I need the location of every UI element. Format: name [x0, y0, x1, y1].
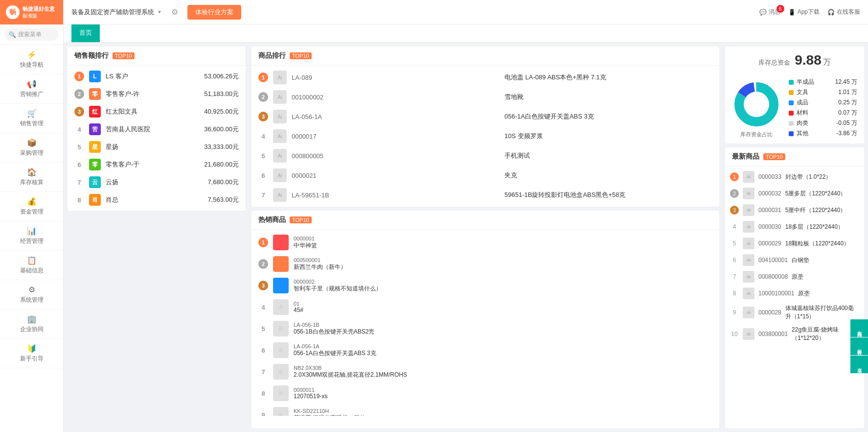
middle-panel: 商品排行 TOP10 1 Ai LA-089 电池盖 LA-089 ABS本色+… — [250, 43, 721, 432]
sidebar-item-basic[interactable]: 📋 基础信息 — [0, 251, 63, 280]
rank-item[interactable]: 4 苦 苦南县人民医院 36,600.00元 — [68, 120, 246, 138]
product-rank-item[interactable]: 4 Ai 0000017 10S 变频罗浆 — [251, 126, 719, 146]
sidebar-item-sales[interactable]: 🛒 销售管理 — [0, 104, 63, 133]
legend-dot — [789, 111, 794, 116]
product-code: 000500001 — [294, 257, 712, 263]
hot-product-item[interactable]: 9 Ai KK-SD22110H 花语萌·恒温分离睡袋（厚款） — [251, 404, 719, 416]
latest-product-item[interactable]: 9 Ai 0000028 体城嘉核味苏打饮品400毫升（1*15） — [725, 302, 864, 323]
legend-dot — [789, 90, 794, 95]
product-name: 12070519-xs — [294, 393, 712, 400]
hot-products-tag: TOP10 — [290, 216, 312, 223]
product-thumbnail: Ai — [273, 342, 289, 358]
product-name: 体城嘉核味苏打饮品400毫升（1*15） — [785, 304, 859, 321]
hot-product-item[interactable]: 1 0000001 中华神篮 — [251, 232, 719, 253]
product-code: LA-59651-1B — [292, 192, 500, 199]
product-rank-item[interactable]: 2 Ai 001000002 雪地靴 — [251, 87, 719, 107]
product-thumbnail: Ai — [273, 299, 289, 315]
product-ranking-list: 1 Ai LA-089 电池盖 LA-089 ABS本色+黑种 7.1克 2 A… — [251, 66, 719, 207]
settings-button[interactable]: ⚙ — [168, 5, 182, 19]
nav-label: 基础信息 — [20, 266, 44, 275]
float-service-button[interactable]: 服务社区 — [850, 337, 868, 355]
trial-button[interactable]: 体验行业方案 — [187, 5, 241, 20]
system-select[interactable]: 装备及固定资产辅助管理系统 ▼ — [71, 8, 162, 17]
hot-product-item[interactable]: 2 000500001 新西兰牛肉（新牛） — [251, 253, 719, 275]
latest-product-item[interactable]: 8 Ai 10000100001 原垄 — [725, 285, 864, 302]
product-code: 000800005 — [292, 152, 500, 160]
product-name: 056-1B白色按键开关壳ABS2壳 — [294, 328, 712, 336]
online-service-button[interactable]: 🎧 在线客服 — [827, 8, 860, 16]
product-rank-item[interactable]: 6 Ai 0000021 夹克 — [251, 166, 719, 185]
hot-product-item[interactable]: 7 Ai NB2.0X30B 2.0X30MM双搓花轴,搓花直径2.1MM/RO… — [251, 361, 719, 383]
latest-product-item[interactable]: 4 Ai 0000030 18多层（1220*2440） — [725, 218, 864, 235]
rank-item[interactable]: 6 零 零售客户-于 21,680.00元 — [68, 156, 246, 173]
nav-label: 企业协同 — [20, 325, 44, 334]
rank-item[interactable]: 7 云 云扬 7,680.00元 — [68, 173, 246, 191]
legend-dot — [789, 100, 794, 105]
app-download-button[interactable]: 📱 App下载 — [788, 8, 820, 16]
legend-name: 半成品 — [797, 78, 832, 86]
rank-number: 6 — [258, 172, 268, 179]
latest-products-card: 最新商品 TOP10 1 Ai 0000033 封边带（1.0*22） 2 Ai… — [725, 147, 864, 428]
sidebar-item-finance[interactable]: 💰 资金管理 — [0, 192, 63, 221]
sidebar-item-purchase[interactable]: 📦 采购管理 — [0, 133, 63, 163]
rank-number: 2 — [258, 92, 268, 102]
latest-product-item[interactable]: 10 Ai 003800001 22g鱼豆腐-烧烤味（1*12*20） — [725, 323, 864, 345]
rank-number: 2 — [74, 89, 84, 99]
rank-item[interactable]: 8 肖 肖总 7,563.00元 — [68, 191, 246, 209]
latest-product-item[interactable]: 3 Ai 0000031 5厘中纤（1220*2440） — [725, 202, 864, 218]
rank-badge: 苦 — [89, 123, 101, 135]
product-rank-item[interactable]: 3 Ai LA-056-1A 056-1A白色按键开关盖ABS 3克 — [251, 107, 719, 126]
rank-item[interactable]: 1 L LS 客户 53,006.26元 — [68, 68, 246, 85]
product-ranking-title: 商品排行 — [258, 51, 286, 60]
sidebar-item-marketing[interactable]: 📢 营销推广 — [0, 74, 63, 104]
legend-name: 材料 — [797, 109, 835, 117]
float-service-button[interactable]: 直播 — [850, 356, 868, 373]
rank-item[interactable]: 3 红 红太阳文具 40,925.00元 — [68, 103, 246, 120]
product-name: 59651-1B旋转投影灯电池盒ABS黑色+58克 — [504, 191, 712, 199]
latest-product-item[interactable]: 7 Ai 000800008 原垄 — [725, 268, 864, 285]
latest-product-item[interactable]: 2 Ai 0000032 5厘多层（1220*2440） — [725, 185, 864, 202]
product-rank-item[interactable]: 1 Ai LA-089 电池盖 LA-089 ABS本色+黑种 7.1克 — [251, 68, 719, 87]
hot-product-item[interactable]: 3 0000002 智利车子里（规格不知道填什么） — [251, 275, 719, 296]
legend-value: -0.05 万 — [836, 119, 857, 127]
rank-name: 星扬 — [106, 143, 199, 151]
sidebar-item-enterprise[interactable]: 🏢 企业协同 — [0, 310, 63, 339]
product-code: KK-SD22110H — [294, 408, 712, 414]
product-rank-item[interactable]: 5 Ai 000800005 手机测试 — [251, 146, 719, 166]
rank-number: 3 — [258, 112, 268, 121]
rank-number: 3 — [258, 281, 268, 290]
hot-product-item[interactable]: 6 Ai LA-056-1A 056-1A白色按键开关盖ABS 3克 — [251, 339, 719, 361]
float-service-button[interactable]: 客服热线 — [850, 319, 868, 337]
rank-number: 1 — [730, 172, 739, 181]
hot-product-item[interactable]: 8 Ai 0000011 12070519-xs — [251, 383, 719, 404]
latest-product-item[interactable]: 1 Ai 0000033 封边带（1.0*22） — [725, 168, 864, 185]
latest-product-item[interactable]: 6 Ai 004100001 白钢垫 — [725, 252, 864, 268]
rank-number: 7 — [730, 273, 739, 280]
sidebar-item-inventory[interactable]: 🏠 库存核算 — [0, 163, 63, 192]
product-name: 18多层（1220*2440） — [785, 223, 859, 231]
sidebar-item-guide[interactable]: 🔰 新手引导 — [0, 339, 63, 368]
sidebar-item-system[interactable]: ⚙ 系统管理 — [0, 280, 63, 310]
rank-item[interactable]: 2 零 零售客户-许 51,183.00元 — [68, 85, 246, 103]
inventory-total-section: 库存总资金 9.88 万 — [725, 47, 864, 74]
product-code: 001000002 — [292, 94, 500, 101]
hot-product-item[interactable]: 5 Ai LA-056-1B 056-1B白色按键开关壳ABS2壳 — [251, 318, 719, 339]
sidebar-item-quick[interactable]: ⚡ 快捷导航 — [0, 45, 63, 74]
rank-item[interactable]: 5 星 星扬 33,333.00元 — [68, 138, 246, 156]
tab-home[interactable]: 首页 — [71, 24, 100, 42]
latest-product-item[interactable]: 5 Ai 0000029 18颗粒板（1220*2440） — [725, 235, 864, 252]
latest-products-tag: TOP10 — [763, 153, 785, 160]
rank-number: 7 — [258, 368, 268, 376]
product-thumbnail: Ai — [743, 204, 754, 216]
product-info: 000500001 新西兰牛肉（新牛） — [294, 257, 712, 271]
search-menu-button[interactable]: 🔍 搜索菜单 — [5, 28, 58, 41]
product-rank-item[interactable]: 7 Ai LA-59651-1B 59651-1B旋转投影灯电池盒ABS黑色+5… — [251, 185, 719, 205]
hot-product-item[interactable]: 4 Ai 01 45# — [251, 296, 719, 318]
product-name: 原垄 — [798, 289, 859, 298]
system-name: 装备及固定资产辅助管理系统 — [71, 8, 154, 17]
product-name: 新西兰牛肉（新牛） — [294, 263, 712, 271]
sidebar-item-operation[interactable]: 📊 经营管理 — [0, 221, 63, 251]
legend-value: 0.25 万 — [838, 98, 857, 107]
message-button[interactable]: 💬 消息 6 — [759, 8, 780, 16]
rank-badge: 肖 — [89, 194, 101, 206]
